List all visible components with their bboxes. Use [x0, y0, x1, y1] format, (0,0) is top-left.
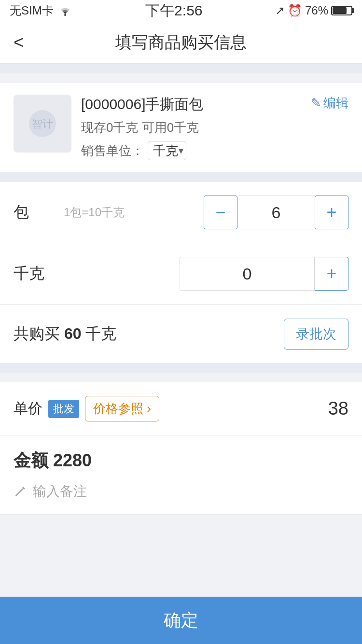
amount-label: 金额: [14, 450, 48, 470]
edit-button[interactable]: ✎ 编辑: [311, 95, 348, 112]
price-value: 38: [328, 398, 348, 419]
confirm-button-label: 确定: [164, 609, 198, 632]
unit-select-wrap[interactable]: 千克: [148, 141, 186, 160]
bag-input[interactable]: [237, 196, 315, 229]
product-unit-row: 销售单位： 千克: [81, 141, 348, 160]
input-section: 包 1包=10千克 − + 千克 +: [0, 182, 362, 305]
total-number: 60: [64, 325, 82, 342]
batch-button[interactable]: 录批次: [284, 319, 348, 350]
price-label: 单价: [14, 399, 42, 419]
svg-point-0: [64, 14, 66, 16]
price-ref-button[interactable]: 价格参照 ›: [85, 396, 159, 421]
price-section: 单价 批发 价格参照 › 38: [0, 382, 362, 435]
status-left: 无SIM卡: [10, 3, 73, 18]
bag-increment-button[interactable]: +: [315, 196, 348, 229]
nav-bar: < 填写商品购买信息: [0, 21, 362, 64]
amount-value: 2280: [53, 450, 92, 470]
total-text: 共购买 60 千克: [14, 323, 116, 345]
product-name: [0000006]手撕面包: [81, 95, 203, 114]
total-label: 共购买: [14, 325, 60, 342]
unit-select[interactable]: 千克: [148, 141, 186, 160]
product-image: 智计: [14, 95, 71, 153]
edit-icon: ✎: [311, 96, 321, 111]
note-placeholder[interactable]: 输入备注: [33, 482, 87, 501]
total-row: 共购买 60 千克 录批次: [0, 305, 362, 363]
bag-row: 包 1包=10千克 − +: [0, 182, 362, 243]
page-title: 填写商品购买信息: [115, 31, 247, 54]
price-tag: 批发: [48, 400, 79, 418]
kg-label: 千克: [14, 263, 52, 284]
status-bar: 无SIM卡 下午2:56 ↗ ⏰ 76%: [0, 0, 362, 21]
amount-section: 金额 2280 输入备注: [0, 435, 362, 515]
status-right: ↗ ⏰ 76%: [275, 4, 352, 17]
kg-row: 千克 +: [0, 243, 362, 305]
kg-stepper: +: [180, 257, 348, 291]
status-time: 下午2:56: [145, 1, 202, 21]
battery-icon: [331, 6, 352, 15]
confirm-bar[interactable]: 确定: [0, 597, 362, 644]
edit-label: 编辑: [323, 95, 348, 112]
carrier-text: 无SIM卡: [10, 3, 54, 18]
unit-label: 销售单位：: [81, 142, 144, 159]
note-row[interactable]: 输入备注: [14, 482, 348, 501]
product-info: [0000006]手撕面包 ✎ 编辑 现存0千克 可用0千克 销售单位： 千克: [81, 95, 348, 160]
product-card: 智计 [0000006]手撕面包 ✎ 编辑 现存0千克 可用0千克 销售单位： …: [0, 83, 362, 172]
location-icon: ↗: [275, 4, 285, 17]
back-button[interactable]: <: [14, 32, 24, 53]
amount-row: 金额 2280: [14, 449, 348, 473]
bag-hint: 1包=10千克: [64, 205, 125, 220]
product-logo: 智计: [28, 109, 57, 138]
bag-stepper: − +: [204, 196, 348, 229]
section-divider-1: [0, 172, 362, 182]
product-stock: 现存0千克 可用0千克: [81, 119, 348, 136]
total-unit-text: 千克: [85, 325, 116, 342]
battery-percentage: 76%: [305, 4, 328, 17]
top-spacer: [0, 64, 362, 73]
section-divider-2: [0, 363, 362, 373]
svg-text:智计: 智计: [32, 118, 53, 130]
pencil-icon: [14, 485, 27, 498]
wifi-icon: [57, 5, 73, 16]
kg-input[interactable]: [180, 257, 315, 291]
alarm-icon: ⏰: [288, 4, 302, 17]
bag-label: 包: [14, 202, 52, 223]
bag-decrement-button[interactable]: −: [204, 196, 237, 229]
kg-increment-button[interactable]: +: [315, 257, 348, 291]
